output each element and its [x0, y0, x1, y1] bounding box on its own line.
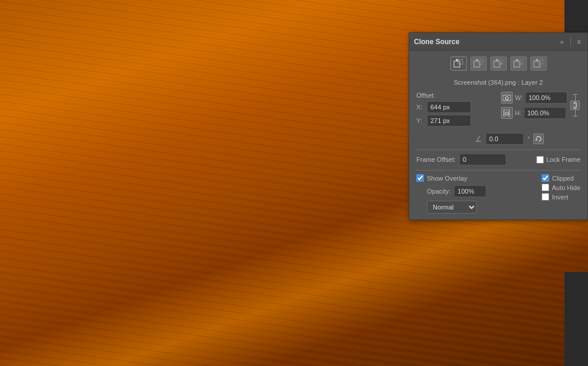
frame-offset-row: Frame Offset: Lock Frame [416, 154, 580, 165]
svg-point-4 [476, 59, 478, 61]
panel-title: Clone Source [414, 38, 558, 46]
lock-frame-checkbox[interactable] [536, 156, 544, 164]
camera-icon-h [501, 107, 513, 119]
lock-frame-label: Lock Frame [546, 156, 580, 163]
panel-body: ↔ Screenshot (364).png : Layer 2 Offset:… [409, 51, 587, 219]
clipped-label: Clipped [552, 175, 574, 182]
blend-mode-row: Normal Multiply Screen Overlay Darken Li… [416, 201, 536, 214]
opacity-label: Opacity: [427, 188, 450, 195]
offset-label: Offset: [416, 92, 471, 99]
invert-checkbox[interactable] [542, 193, 549, 201]
clipped-row: Clipped [542, 174, 580, 182]
panel-expand-button[interactable]: » [558, 38, 565, 46]
clone-source-5[interactable]: ↔ [530, 56, 547, 71]
panel-controls: » ≡ [558, 37, 583, 46]
opacity-input[interactable] [454, 185, 486, 197]
panel-divider [570, 37, 571, 46]
w-input[interactable] [525, 92, 567, 104]
rotation-input[interactable] [486, 133, 524, 145]
bottom-decoration [564, 272, 588, 366]
auto-hide-row: Auto Hide [542, 184, 580, 191]
y-row: Y: [416, 115, 471, 127]
camera-icon-w [501, 92, 513, 104]
h-input[interactable] [524, 107, 566, 119]
clipped-checkbox[interactable] [542, 174, 549, 182]
show-overlay-checkbox[interactable] [416, 174, 424, 182]
source-name-label: Screenshot (364).png : Layer 2 [416, 79, 580, 86]
divider-1 [416, 149, 580, 150]
degree-symbol: ° [527, 135, 530, 142]
svg-point-24 [505, 112, 508, 115]
svg-rect-2 [458, 59, 463, 64]
show-overlay-row: Show Overlay [416, 174, 536, 182]
svg-point-21 [505, 97, 508, 100]
x-label: X: [416, 104, 425, 111]
svg-text:↔: ↔ [540, 62, 543, 65]
overlay-left: Show Overlay Opacity: Normal Multiply Sc… [416, 174, 536, 214]
wh-section: W: H: [501, 92, 580, 119]
y-input[interactable] [427, 115, 471, 127]
rotation-row: ∠ ° [475, 133, 580, 145]
frame-offset-input[interactable] [459, 154, 506, 165]
clone-source-1[interactable] [450, 56, 467, 71]
lock-frame-area: Lock Frame [536, 156, 580, 164]
svg-point-17 [536, 59, 538, 61]
angle-icon: ∠ [475, 135, 482, 144]
blend-mode-select[interactable]: Normal Multiply Screen Overlay Darken Li… [427, 201, 477, 214]
overlay-options: Clipped Auto Hide Invert [542, 174, 580, 201]
invert-row: Invert [542, 193, 580, 201]
auto-hide-label: Auto Hide [552, 184, 580, 191]
svg-point-1 [456, 59, 458, 61]
invert-label: Invert [552, 194, 569, 201]
corner-decoration [564, 0, 588, 32]
divider-2 [416, 170, 580, 171]
offset-section: Offset: X: Y: [416, 92, 471, 128]
opacity-row: Opacity: [416, 185, 536, 197]
svg-point-8 [496, 59, 498, 61]
clone-source-4[interactable] [510, 56, 527, 71]
x-input[interactable] [427, 101, 471, 113]
link-button[interactable] [570, 101, 580, 110]
h-label: H: [515, 109, 522, 117]
panel-menu-button[interactable]: ≡ [576, 38, 583, 46]
clone-source-panel: Clone Source » ≡ [409, 32, 588, 220]
auto-hide-checkbox[interactable] [542, 184, 549, 191]
y-label: Y: [416, 117, 425, 124]
svg-rect-22 [505, 94, 509, 96]
frame-offset-label: Frame Offset: [416, 156, 456, 163]
svg-point-13 [516, 59, 518, 61]
show-overlay-label: Show Overlay [427, 175, 467, 182]
source-icons-row: ↔ [416, 56, 580, 74]
svg-rect-14 [518, 59, 523, 64]
clone-source-3[interactable] [490, 56, 507, 71]
w-label: W: [515, 94, 523, 101]
clone-source-2[interactable] [470, 56, 487, 71]
lock-bracket [570, 92, 580, 119]
reset-rotation-button[interactable] [533, 134, 544, 144]
panel-header: Clone Source » ≡ [409, 33, 587, 51]
x-row: X: [416, 101, 471, 113]
